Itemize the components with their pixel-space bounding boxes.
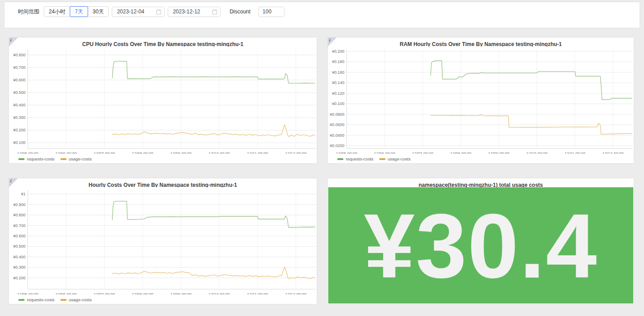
svg-text:12/11 00:00: 12/11 00:00	[247, 292, 268, 295]
toolbar-row: 时间范围 24小时 7天 30天 Discount	[4, 2, 640, 17]
legend-label: usage-costs	[388, 156, 411, 161]
discount-input[interactable]	[258, 7, 284, 17]
total-costs-stat-box: ¥30.4	[328, 187, 633, 303]
svg-text:¥0.800: ¥0.800	[13, 53, 25, 57]
svg-text:¥0.0800: ¥0.0800	[329, 112, 344, 117]
svg-text:12/08 00:00: 12/08 00:00	[450, 152, 472, 154]
legend-item-requests-costs[interactable]: requests-costs	[18, 297, 55, 302]
svg-text:¥0.800: ¥0.800	[13, 213, 25, 217]
panel-hourly-costs: i Hourly Costs Over Time By Namespace te…	[9, 178, 317, 304]
legend-item-usage-costs[interactable]: usage-costs	[379, 156, 411, 161]
svg-text:¥0.500: ¥0.500	[13, 90, 25, 95]
svg-text:¥0.120: ¥0.120	[331, 91, 344, 96]
legend-label: requests-costs	[27, 297, 55, 302]
ram-chart-canvas[interactable]: 12/05 00:0012/06 00:0012/07 00:0012/08 0…	[328, 47, 634, 154]
svg-text:¥0.500: ¥0.500	[13, 244, 25, 249]
panel-title: namespace(testing-mingzhu-1) total usage…	[328, 178, 634, 187]
legend-item-usage-costs[interactable]: usage-costs	[60, 297, 92, 302]
svg-text:12/06 00:00: 12/06 00:00	[55, 152, 77, 154]
svg-text:¥0.100: ¥0.100	[331, 101, 344, 106]
panel-info-corner[interactable]: i	[328, 38, 337, 46]
svg-text:¥0.300: ¥0.300	[13, 265, 25, 270]
panel-info-corner[interactable]: i	[9, 178, 18, 187]
svg-text:¥0.200: ¥0.200	[331, 49, 344, 54]
svg-text:12/08 00:00: 12/08 00:00	[132, 152, 153, 154]
legend-dash-icon	[337, 158, 343, 160]
chart-legend: requests-costsusage-costs	[337, 156, 634, 161]
svg-text:12/06 00:00: 12/06 00:00	[55, 292, 77, 295]
svg-text:¥0.700: ¥0.700	[13, 65, 25, 70]
svg-text:12/12 00:00: 12/12 00:00	[285, 292, 307, 295]
range-button-7d[interactable]: 7天	[70, 6, 88, 17]
chart-legend: requests-costsusage-costs	[18, 297, 317, 302]
end-date-input[interactable]	[168, 7, 220, 17]
svg-text:¥0.160: ¥0.160	[331, 70, 344, 75]
svg-text:12/10 00:00: 12/10 00:00	[208, 152, 230, 154]
discount-label: Discount	[229, 8, 250, 15]
svg-text:¥0.200: ¥0.200	[13, 276, 25, 280]
legend-dash-icon	[379, 158, 386, 160]
info-icon: i	[329, 38, 330, 42]
svg-text:¥0.180: ¥0.180	[331, 59, 344, 64]
legend-item-usage-costs[interactable]: usage-costs	[60, 156, 92, 161]
panel-title: Hourly Costs Over Time By Namespace test…	[9, 178, 317, 187]
svg-text:¥0.300: ¥0.300	[13, 115, 25, 120]
legend-dash-icon	[18, 299, 25, 301]
svg-text:¥0.0400: ¥0.0400	[329, 133, 344, 138]
svg-text:12/05 00:00: 12/05 00:00	[17, 292, 38, 295]
chart-legend: requests-costsusage-costs	[18, 156, 317, 161]
range-button-30d[interactable]: 30天	[88, 6, 109, 17]
end-date-picker	[168, 7, 220, 17]
svg-text:¥0.0600: ¥0.0600	[329, 122, 344, 127]
total-costs-value: ¥30.4	[364, 200, 597, 291]
svg-text:¥0.600: ¥0.600	[13, 78, 25, 82]
svg-text:¥0.200: ¥0.200	[13, 128, 25, 132]
svg-text:12/10 00:00: 12/10 00:00	[526, 152, 548, 154]
legend-dash-icon	[18, 158, 25, 160]
svg-text:12/08 00:00: 12/08 00:00	[132, 292, 153, 295]
cpu-chart-canvas[interactable]: 12/05 00:0012/06 00:0012/07 00:0012/08 0…	[9, 47, 317, 154]
legend-label: requests-costs	[27, 156, 55, 161]
svg-text:12/05 00:00: 12/05 00:00	[17, 152, 38, 154]
panel-info-corner[interactable]: i	[9, 38, 18, 46]
legend-dash-icon	[60, 299, 67, 301]
svg-text:12/07 00:00: 12/07 00:00	[93, 152, 115, 154]
svg-text:12/07 00:00: 12/07 00:00	[412, 152, 433, 154]
legend-dash-icon	[60, 158, 67, 160]
legend-item-requests-costs[interactable]: requests-costs	[18, 156, 55, 161]
info-icon: i	[10, 179, 12, 183]
svg-text:¥0.600: ¥0.600	[13, 234, 25, 238]
legend-label: usage-costs	[69, 297, 92, 302]
svg-text:¥0.700: ¥0.700	[13, 223, 25, 228]
svg-text:¥0.100: ¥0.100	[13, 140, 25, 145]
range-button-24h[interactable]: 24小时	[44, 6, 70, 17]
legend-item-requests-costs[interactable]: requests-costs	[337, 156, 373, 161]
svg-text:¥0.400: ¥0.400	[13, 255, 25, 259]
svg-text:12/07 00:00: 12/07 00:00	[93, 292, 115, 295]
svg-text:¥0.900: ¥0.900	[13, 202, 25, 207]
panel-cpu-hourly-costs: i CPU Hourly Costs Over Time By Namespac…	[9, 38, 317, 163]
svg-text:12/11 00:00: 12/11 00:00	[247, 152, 268, 154]
time-range-label: 时间范围	[18, 8, 39, 16]
svg-text:12/12 00:00: 12/12 00:00	[602, 152, 624, 154]
svg-text:¥0.0200: ¥0.0200	[329, 143, 344, 148]
start-date-input[interactable]	[112, 7, 165, 17]
start-date-picker	[112, 7, 165, 17]
svg-text:12/09 00:00: 12/09 00:00	[488, 152, 510, 154]
panel-title: CPU Hourly Costs Over Time By Namespace …	[9, 38, 317, 46]
svg-text:12/05 00:00: 12/05 00:00	[336, 152, 357, 154]
svg-text:12/11 00:00: 12/11 00:00	[564, 152, 585, 154]
svg-text:¥1: ¥1	[21, 192, 25, 196]
time-range-button-group: 24小时 7天 30天	[44, 6, 109, 17]
svg-text:12/10 00:00: 12/10 00:00	[208, 292, 230, 295]
panel-ram-hourly-costs: i RAM Hourly Costs Over Time By Namespac…	[328, 38, 634, 163]
hourly-chart-canvas[interactable]: 12/05 00:0012/06 00:0012/07 00:0012/08 0…	[9, 188, 317, 295]
svg-text:12/09 00:00: 12/09 00:00	[170, 292, 192, 295]
legend-label: requests-costs	[346, 156, 373, 161]
svg-text:¥0.400: ¥0.400	[13, 103, 25, 107]
svg-text:12/06 00:00: 12/06 00:00	[374, 152, 395, 154]
info-icon: i	[10, 38, 12, 42]
svg-text:¥0.140: ¥0.140	[331, 80, 344, 85]
svg-text:12/09 00:00: 12/09 00:00	[170, 152, 192, 154]
panel-title: RAM Hourly Costs Over Time By Namespace …	[328, 38, 634, 46]
